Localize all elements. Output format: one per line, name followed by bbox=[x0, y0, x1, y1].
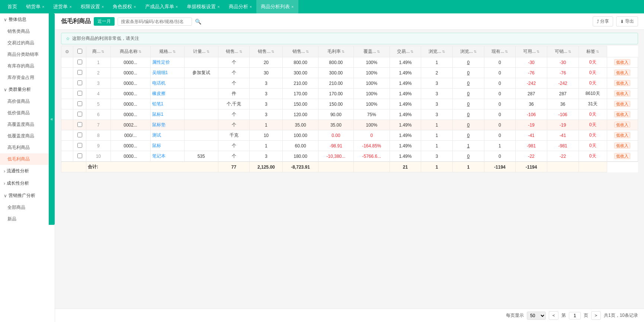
row-view1[interactable]: 0 bbox=[452, 57, 484, 68]
row-select-checkbox[interactable] bbox=[77, 101, 82, 106]
sidebar-item-category-rate[interactable]: 商品分类助销率 bbox=[0, 49, 49, 60]
nav-product-warehouse[interactable]: 产成品入库单 × bbox=[141, 0, 182, 13]
row-view1[interactable]: 0 bbox=[452, 109, 484, 120]
row-checkbox-cell[interactable] bbox=[73, 151, 86, 162]
close-icon[interactable]: × bbox=[134, 4, 136, 9]
row-view1[interactable]: 1 bbox=[452, 141, 484, 151]
nav-home[interactable]: 首页 bbox=[3, 0, 22, 13]
row-view1[interactable]: 0 bbox=[452, 68, 484, 78]
sidebar-item-low-coverage[interactable]: 低覆盖度商品 bbox=[0, 130, 49, 142]
export-button[interactable]: ⬇ 导出 bbox=[616, 16, 638, 26]
row-checkbox-cell[interactable] bbox=[73, 89, 86, 99]
col-gross-margin[interactable]: 毛利率⇅ bbox=[318, 46, 353, 57]
col-trade-count[interactable]: 交易...⇅ bbox=[390, 46, 421, 57]
row-checkbox-cell[interactable] bbox=[73, 78, 86, 89]
sidebar-group-growth[interactable]: › 成长性分析 bbox=[0, 177, 49, 189]
row-select-checkbox[interactable] bbox=[77, 91, 82, 96]
search-input[interactable] bbox=[118, 17, 192, 26]
col-saleable[interactable]: 可销...⇅ bbox=[547, 46, 579, 57]
row-select-checkbox[interactable] bbox=[77, 80, 82, 85]
row-select-checkbox[interactable] bbox=[77, 133, 82, 137]
col-tag[interactable]: 标签⇅ bbox=[579, 46, 607, 57]
close-icon[interactable]: × bbox=[42, 4, 44, 9]
col-settings[interactable]: ⚙ bbox=[61, 46, 73, 57]
row-select-checkbox[interactable] bbox=[77, 112, 82, 117]
next-page-button[interactable]: ＞ bbox=[591, 311, 601, 320]
col-view1[interactable]: 浏览...⇅ bbox=[421, 46, 453, 57]
row-name[interactable]: 笔记本 bbox=[150, 151, 184, 162]
search-icon[interactable]: 🔍 bbox=[195, 19, 201, 25]
share-button[interactable]: ⤴ 分享 bbox=[593, 16, 613, 26]
col-unit[interactable]: 计量...⇅ bbox=[184, 46, 218, 57]
sidebar-item-all-products[interactable]: 全部商品 bbox=[0, 202, 49, 213]
sidebar-group-circulation[interactable]: › 流通性分析 bbox=[0, 165, 49, 177]
row-checkbox-cell[interactable] bbox=[73, 141, 86, 151]
sidebar-item-new-products[interactable]: 新品 bbox=[0, 213, 49, 225]
row-select-checkbox[interactable] bbox=[77, 60, 82, 64]
nav-purchase-order[interactable]: 进货单 × bbox=[49, 0, 76, 13]
col-sales-qty[interactable]: 销售...⇅ bbox=[218, 46, 250, 57]
sidebar-collapse-button[interactable]: « bbox=[49, 13, 55, 225]
nav-sales-order[interactable]: 销货单 × bbox=[22, 0, 49, 13]
col-name[interactable]: 商品名称⇅ bbox=[110, 46, 150, 57]
page-number-input[interactable] bbox=[569, 312, 581, 319]
period-button[interactable]: 近一月 bbox=[94, 17, 115, 26]
row-view1[interactable]: 0 bbox=[452, 120, 484, 130]
close-icon[interactable]: × bbox=[217, 4, 220, 9]
row-name[interactable]: 鼠标 bbox=[150, 141, 184, 151]
nav-product-analysis[interactable]: 商品分析 × bbox=[224, 0, 256, 13]
select-all-checkbox[interactable] bbox=[77, 49, 82, 54]
row-name[interactable]: 鼠标垫 bbox=[150, 120, 184, 130]
sidebar-item-traded-products[interactable]: 交易过的商品 bbox=[0, 37, 49, 49]
row-select-checkbox[interactable] bbox=[77, 70, 82, 75]
close-icon[interactable]: × bbox=[102, 4, 104, 9]
col-sales-price[interactable]: 销售...⇅ bbox=[250, 46, 283, 57]
sidebar-item-stock-capital[interactable]: 库存资金占用 bbox=[0, 72, 49, 83]
nav-template-settings[interactable]: 单据模板设置 × bbox=[182, 0, 224, 13]
row-checkbox-cell[interactable] bbox=[73, 57, 86, 68]
col-sales-profit[interactable]: 销售...⇅ bbox=[283, 46, 318, 57]
row-view1[interactable]: 0 bbox=[452, 130, 484, 141]
row-name[interactable]: 测试 bbox=[150, 130, 184, 141]
row-name[interactable]: 电话机 bbox=[150, 78, 184, 89]
row-view1[interactable]: 0 bbox=[452, 78, 484, 89]
col-spec[interactable]: 规格...⇅ bbox=[150, 46, 184, 57]
sidebar-item-high-coverage[interactable]: 高覆盖度商品 bbox=[0, 119, 49, 130]
col-current-stock[interactable]: 现有...⇅ bbox=[484, 46, 516, 57]
sidebar-item-high-value[interactable]: 高价值商品 bbox=[0, 96, 49, 107]
sidebar-group-marketing[interactable]: ∨ 营销推广分析 bbox=[0, 189, 49, 202]
row-select-checkbox[interactable] bbox=[77, 153, 82, 158]
prev-page-button[interactable]: ＜ bbox=[549, 311, 558, 320]
close-icon[interactable]: × bbox=[250, 4, 252, 9]
row-checkbox-cell[interactable] bbox=[73, 120, 86, 130]
col-view2[interactable]: 浏览...⇅ bbox=[452, 46, 484, 57]
sidebar-item-low-value[interactable]: 低价值商品 bbox=[0, 107, 49, 119]
col-coverage[interactable]: 覆盖...⇅ bbox=[354, 46, 390, 57]
sidebar-group-cluster[interactable]: ∨ 类群量分析 bbox=[0, 83, 49, 96]
row-checkbox-cell[interactable] bbox=[73, 68, 86, 78]
close-icon[interactable]: × bbox=[291, 4, 294, 9]
sidebar-item-in-stock[interactable]: 有库存的商品 bbox=[0, 60, 49, 72]
row-name[interactable]: 橡皮擦 bbox=[150, 89, 184, 99]
col-available[interactable]: 可用...⇅ bbox=[516, 46, 547, 57]
row-checkbox-cell[interactable] bbox=[73, 109, 86, 120]
row-name[interactable]: 鼠标1 bbox=[150, 109, 184, 120]
col-checkbox[interactable] bbox=[73, 46, 86, 57]
nav-role-auth[interactable]: 角色授权 × bbox=[108, 0, 140, 13]
row-checkbox-cell[interactable] bbox=[73, 99, 86, 109]
close-icon[interactable]: × bbox=[69, 4, 71, 9]
nav-product-analysis-list[interactable]: 商品分析列表 × bbox=[256, 0, 298, 13]
row-checkbox-cell[interactable] bbox=[73, 130, 86, 141]
row-name[interactable]: 属性定价 bbox=[150, 57, 184, 68]
page-size-select[interactable]: 50 100 200 bbox=[527, 312, 546, 320]
close-icon[interactable]: × bbox=[176, 4, 178, 9]
col-code[interactable]: 商...⇅ bbox=[86, 46, 111, 57]
sidebar-item-sales-products[interactable]: 销售类商品 bbox=[0, 26, 49, 37]
row-view1[interactable]: 0 bbox=[452, 151, 484, 162]
row-name[interactable]: 铅笔1 bbox=[150, 99, 184, 109]
sidebar-group-overall[interactable]: ∨ 整体信息 bbox=[0, 13, 49, 26]
sidebar-item-high-margin[interactable]: 高毛利商品 bbox=[0, 142, 49, 153]
nav-permissions[interactable]: 权限设置 × bbox=[76, 0, 108, 13]
row-view1[interactable]: 0 bbox=[452, 89, 484, 99]
row-select-checkbox[interactable] bbox=[77, 122, 82, 127]
